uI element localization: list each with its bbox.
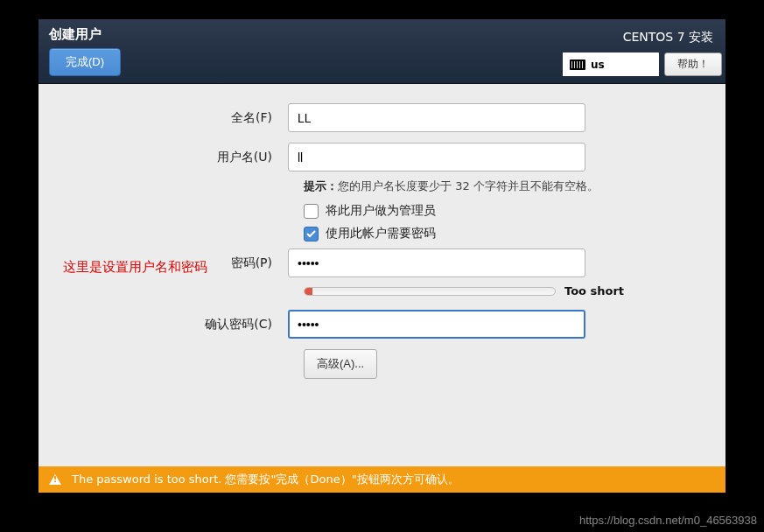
make-admin-label: 将此用户做为管理员 [326, 203, 436, 219]
top-right: CENTOS 7 安装 us 帮助！ [563, 26, 725, 83]
confirm-password-input[interactable] [288, 310, 585, 339]
external-annotation: 这里是设置用户名和密码 [63, 259, 207, 276]
top-left: 创建用户 完成(D) [39, 26, 121, 83]
make-admin-checkbox[interactable] [304, 204, 319, 219]
strength-meter [304, 287, 556, 296]
check-icon [306, 229, 316, 239]
strength-text: Too short [564, 284, 624, 298]
page-title: 创建用户 [49, 26, 121, 43]
keyboard-indicator[interactable]: us [563, 52, 659, 76]
strength-row: Too short [304, 284, 699, 298]
install-title: CENTOS 7 安装 [563, 30, 713, 46]
require-pw-checkbox[interactable] [304, 227, 319, 242]
keyboard-layout: us [591, 59, 605, 71]
username-row: 用户名(U) [65, 143, 699, 172]
installer-window: 创建用户 完成(D) CENTOS 7 安装 us 帮助！ 这里是设置用户名和密… [39, 19, 725, 493]
username-input[interactable] [288, 143, 585, 172]
username-hint: 提示：您的用户名长度要少于 32 个字符并且不能有空格。 [304, 178, 699, 194]
keyboard-icon [570, 60, 585, 70]
form-area: 这里是设置用户名和密码 全名(F) 用户名(U) 提示：您的用户名长度要少于 3… [39, 84, 725, 466]
fullname-input[interactable] [288, 103, 585, 132]
confirm-label: 确认密码(C) [65, 317, 288, 332]
username-label: 用户名(U) [65, 150, 288, 165]
warning-message: The password is too short. 您需要按"完成（Done）… [72, 472, 459, 487]
help-button[interactable]: 帮助！ [664, 52, 722, 76]
top-right-row: us 帮助！ [563, 52, 722, 76]
fullname-row: 全名(F) [65, 103, 699, 132]
advanced-button[interactable]: 高级(A)... [304, 349, 377, 379]
require-pw-label: 使用此帐户需要密码 [326, 226, 436, 242]
done-button[interactable]: 完成(D) [49, 48, 121, 76]
warning-icon [49, 474, 61, 485]
hint-prefix: 提示： [304, 179, 338, 192]
top-bar: 创建用户 完成(D) CENTOS 7 安装 us 帮助！ [39, 19, 725, 84]
make-admin-row: 将此用户做为管理员 [304, 203, 699, 219]
require-pw-row: 使用此帐户需要密码 [304, 226, 699, 242]
password-input[interactable] [288, 248, 585, 277]
fullname-label: 全名(F) [65, 110, 288, 126]
warning-footer: The password is too short. 您需要按"完成（Done）… [39, 466, 725, 493]
hint-text: 您的用户名长度要少于 32 个字符并且不能有空格。 [338, 179, 599, 192]
confirm-row: 确认密码(C) [65, 310, 699, 339]
watermark: https://blog.csdn.net/m0_46563938 [579, 514, 757, 527]
